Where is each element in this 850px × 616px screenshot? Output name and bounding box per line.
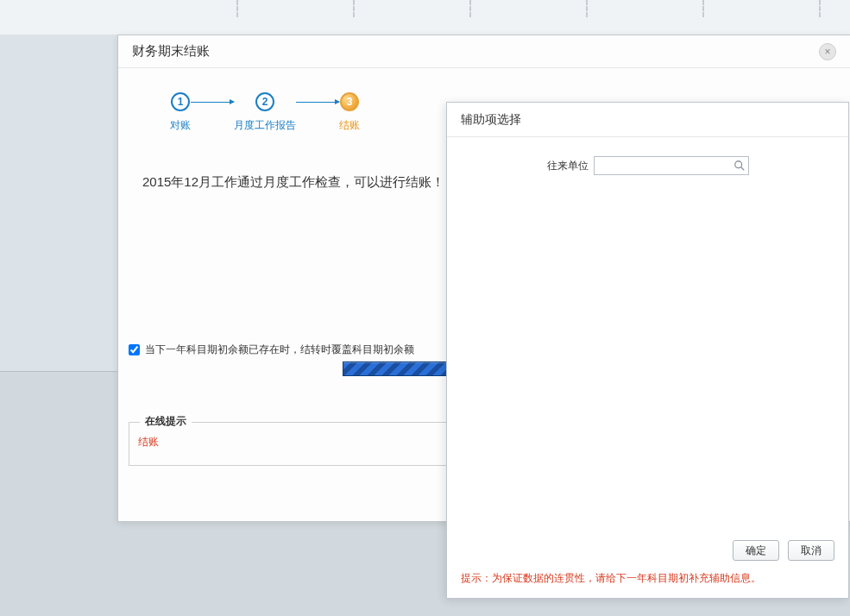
step-circle-3: 3 bbox=[340, 92, 359, 111]
aux-dialog-title: 辅助项选择 bbox=[461, 112, 521, 128]
overwrite-balance-label: 当下一年科目期初余额已存在时，结转时覆盖科目期初余额 bbox=[145, 343, 414, 357]
step-monthly-report[interactable]: 2 月度工作报告 bbox=[234, 92, 296, 133]
hint-legend: 在线提示 bbox=[140, 414, 192, 429]
tip-prefix: 提示： bbox=[461, 572, 492, 584]
aux-dialog-body: 往来单位 bbox=[447, 137, 848, 531]
auxiliary-selection-dialog: 辅助项选择 往来单位 确定 取消 提示：为保证数据的连贯性，请给下一年科目期初补… bbox=[446, 102, 849, 599]
dialog-header: 财务期末结账 × bbox=[118, 35, 850, 68]
search-input-wrap bbox=[594, 156, 749, 175]
svg-point-2 bbox=[734, 161, 741, 168]
step-close-books[interactable]: 3 结账 bbox=[339, 92, 360, 133]
search-label: 往来单位 bbox=[547, 159, 589, 173]
aux-button-row: 确定 取消 bbox=[461, 540, 834, 561]
dialog-title: 财务期末结账 bbox=[132, 43, 210, 60]
overwrite-balance-checkbox[interactable] bbox=[129, 344, 140, 355]
step-circle-2: 2 bbox=[255, 92, 274, 111]
search-input[interactable] bbox=[594, 156, 749, 175]
step-label-1: 对账 bbox=[170, 118, 191, 133]
step-reconcile[interactable]: 1 对账 bbox=[170, 92, 191, 133]
background-top-strip bbox=[0, 0, 850, 35]
aux-dialog-footer: 确定 取消 提示：为保证数据的连贯性，请给下一年科目期初补充辅助信息。 bbox=[447, 531, 848, 598]
search-row: 往来单位 bbox=[464, 156, 831, 175]
tip-text: 为保证数据的连贯性，请给下一年科目期初补充辅助信息。 bbox=[492, 572, 761, 584]
step-label-2: 月度工作报告 bbox=[234, 118, 296, 133]
search-icon[interactable] bbox=[732, 158, 747, 173]
step-circle-1: 1 bbox=[171, 92, 190, 111]
svg-line-3 bbox=[740, 167, 744, 171]
overwrite-balance-option[interactable]: 当下一年科目期初余额已存在时，结转时覆盖科目期初余额 bbox=[129, 343, 414, 357]
arrow-icon bbox=[191, 102, 234, 103]
aux-tip: 提示：为保证数据的连贯性，请给下一年科目期初补充辅助信息。 bbox=[461, 571, 834, 586]
cancel-button[interactable]: 取消 bbox=[788, 540, 834, 561]
arrow-icon bbox=[296, 102, 339, 103]
aux-dialog-header: 辅助项选择 bbox=[447, 103, 848, 137]
step-label-3: 结账 bbox=[339, 118, 360, 133]
close-icon[interactable]: × bbox=[819, 43, 836, 60]
confirm-button[interactable]: 确定 bbox=[733, 540, 779, 561]
